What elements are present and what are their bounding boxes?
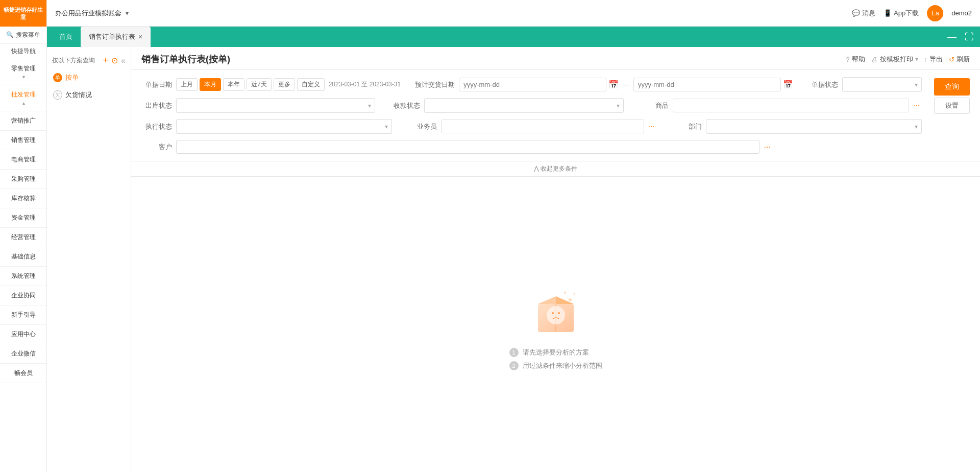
setting-button[interactable]: 设置 — [934, 98, 970, 114]
salesperson-input[interactable] — [441, 120, 644, 133]
calendar-end-icon[interactable]: 📅 — [783, 80, 793, 89]
expected-date-end-wrapper: 📅 — [633, 78, 793, 91]
date-btn-this-month[interactable]: 本月 — [200, 78, 221, 91]
tab-sales-order[interactable]: 销售订单执行表 × — [81, 27, 151, 47]
calendar-start-icon[interactable]: 📅 — [608, 80, 619, 89]
page-header: 销售订单执行表(按单) ? 帮助 🖨 按模板打印 ▾ ↑ 导出 — [131, 47, 980, 70]
collapse-bar[interactable]: ⋀ 收起更多条件 — [131, 161, 980, 177]
sidebar-item-label: 基础信息 — [11, 252, 36, 261]
sidebar-item-retail[interactable]: 零售管理 ▾ — [0, 59, 46, 85]
sidebar-item-label: 企业微信 — [11, 349, 36, 358]
top-bar-left: 办公用品行业模拟账套 ▾ — [55, 9, 129, 18]
search-icon: 🔍 — [6, 31, 14, 38]
add-scheme-btn[interactable]: + — [103, 55, 109, 66]
sidebar-item-label: 采购管理 — [11, 175, 36, 183]
left-panel-item-byorder[interactable]: 单 按单 — [47, 69, 131, 86]
date-btn-custom[interactable]: 自定义 — [297, 78, 325, 91]
breadcrumb-dropdown[interactable]: ▾ — [126, 10, 129, 17]
sidebar-item-purchase[interactable]: 采购管理 — [0, 170, 46, 189]
receipt-status-select[interactable] — [424, 98, 623, 113]
date-btn-last-7-days[interactable]: 近7天 — [247, 78, 272, 91]
sidebar-item-operations[interactable]: 经营管理 — [0, 228, 46, 247]
sidebar-item-marketing[interactable]: 营销推广 — [0, 111, 46, 131]
tab-home-label: 首页 — [59, 32, 72, 41]
app-download-btn[interactable]: 📱 App下载 — [884, 9, 919, 18]
date-btn-last-month[interactable]: 上月 — [176, 78, 198, 91]
app-logo: 畅捷进销存好生意 — [0, 0, 46, 27]
print-dropdown-icon[interactable]: ▾ — [915, 56, 918, 63]
sidebar-item-wechat[interactable]: 企业微信 — [0, 344, 46, 364]
sidebar-item-app[interactable]: 应用中心 — [0, 325, 46, 344]
left-panel-title: 按以下方案查询 — [52, 56, 95, 65]
department-select[interactable] — [706, 119, 922, 134]
chevron-up-icon: ▴ — [22, 100, 25, 106]
expected-date-end-input[interactable] — [633, 78, 781, 91]
help-btn[interactable]: ? 帮助 — [846, 55, 865, 64]
empty-state: 1 请先选择要分析的方案 2 用过滤条件来缩小分析范围 — [131, 177, 980, 472]
sidebar-item-member[interactable]: 畅会员 — [0, 364, 46, 383]
tip-num-2: 2 — [509, 361, 519, 370]
goods-dots-btn[interactable]: ··· — [911, 101, 922, 110]
tab-minimize-btn[interactable]: — — [945, 32, 959, 42]
sidebar-item-label: 零售管理 — [11, 64, 36, 73]
left-panel-item-shortage[interactable]: 欠 欠货情况 — [47, 86, 131, 104]
customer-label: 客户 — [141, 143, 172, 152]
page-header-actions: ? 帮助 🖨 按模板打印 ▾ ↑ 导出 ↺ 刷新 — [846, 55, 970, 64]
sidebar-item-finance[interactable]: 资金管理 — [0, 208, 46, 228]
svg-point-5 — [552, 312, 554, 314]
sidebar-item-inventory[interactable]: 库存核算 — [0, 189, 46, 208]
quick-nav[interactable]: 快捷导航 — [0, 44, 46, 59]
print-btn[interactable]: 🖨 按模板打印 ▾ — [871, 55, 918, 64]
edit-scheme-btn[interactable]: ⊙ — [111, 56, 118, 65]
expected-date-start-input[interactable] — [459, 78, 606, 91]
page-title: 销售订单执行表(按单) — [141, 53, 230, 65]
status-select[interactable] — [842, 77, 922, 92]
filter-top-row: 单据日期 上月 本月 本年 近7天 更多 自定义 2023-03-01 至 20… — [141, 77, 970, 154]
salesperson-input-wrapper: ··· — [441, 120, 657, 133]
download-icon: 📱 — [884, 9, 892, 17]
message-btn[interactable]: 💬 消息 — [852, 9, 875, 18]
sidebar-item-label: 销售管理 — [11, 136, 36, 145]
svg-point-8 — [564, 292, 566, 294]
date-quick-btns: 上月 本月 本年 近7天 更多 自定义 — [176, 78, 325, 91]
delivery-status-select[interactable] — [176, 98, 375, 113]
query-button[interactable]: 查询 — [934, 78, 970, 96]
tab-home[interactable]: 首页 — [51, 27, 81, 47]
sidebar-item-sales[interactable]: 销售管理 — [0, 131, 46, 150]
sidebar-item-wholesale[interactable]: 批发管理 ▴ — [0, 85, 46, 111]
customer-input[interactable] — [176, 140, 760, 154]
date-btn-more[interactable]: 更多 — [274, 78, 295, 91]
help-label: 帮助 — [852, 55, 865, 64]
refresh-btn[interactable]: ↺ 刷新 — [949, 55, 970, 64]
sidebar-item-system[interactable]: 系统管理 — [0, 267, 46, 286]
execution-status-select[interactable] — [176, 119, 392, 134]
left-panel: 按以下方案查询 + ⊙ « 单 按单 欠 欠货情况 — [47, 47, 131, 472]
svg-marker-1 — [538, 296, 556, 304]
top-bar-right: 💬 消息 📱 App下载 Ea demo2 — [852, 5, 972, 21]
sidebar-item-enterprise[interactable]: 企业协同 — [0, 286, 46, 305]
expected-date-label: 预计交货日期 — [415, 80, 455, 89]
customer-dots-btn[interactable]: ··· — [762, 143, 772, 152]
goods-input[interactable] — [673, 99, 909, 112]
collapse-panel-btn[interactable]: « — [121, 56, 126, 65]
sidebar-search[interactable]: 🔍 搜索菜单 — [0, 27, 46, 44]
date-btn-this-year[interactable]: 本年 — [223, 78, 244, 91]
expected-date-start-wrapper: 📅 — [459, 78, 619, 91]
avatar-text: Ea — [932, 10, 939, 17]
sidebar-item-ecommerce[interactable]: 电商管理 — [0, 150, 46, 170]
export-btn[interactable]: ↑ 导出 — [924, 55, 943, 64]
sidebar-item-guide[interactable]: 新手引导 — [0, 305, 46, 325]
query-actions: 查询 设置 — [934, 77, 970, 114]
user-avatar[interactable]: Ea — [927, 5, 943, 21]
tab-maximize-btn[interactable]: ⛶ — [963, 32, 976, 42]
sidebar-item-basic[interactable]: 基础信息 — [0, 247, 46, 267]
svg-point-7 — [569, 298, 572, 301]
app-download-label: App下载 — [894, 9, 919, 18]
tab-close-icon[interactable]: × — [138, 33, 142, 41]
tip-num-1: 1 — [509, 348, 519, 357]
salesperson-dots-btn[interactable]: ··· — [646, 122, 657, 131]
left-panel-item-label: 按单 — [65, 73, 79, 82]
export-icon: ↑ — [924, 56, 928, 63]
delivery-status-label: 出库状态 — [141, 101, 172, 110]
date-range-separator: — — [623, 81, 629, 88]
